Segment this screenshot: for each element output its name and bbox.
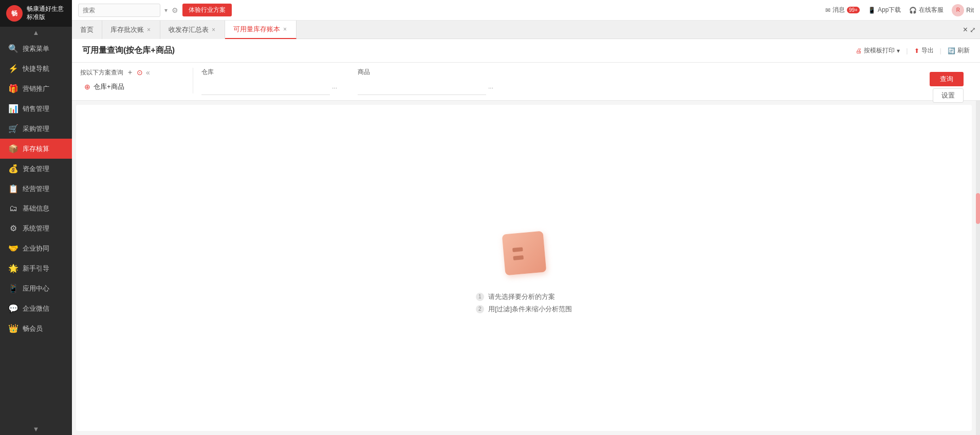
sidebar-item-search[interactable]: 🔍 搜索菜单 bbox=[0, 39, 72, 59]
sidebar-item-member[interactable]: 👑 畅会员 bbox=[0, 318, 72, 338]
sidebar-item-sales[interactable]: 📊 销售管理 bbox=[0, 99, 72, 119]
headset-icon: 🎧 bbox=[909, 7, 917, 14]
tab-home-label: 首页 bbox=[80, 25, 94, 34]
right-scrollbar[interactable] bbox=[976, 101, 980, 435]
app-download-label: App下载 bbox=[878, 6, 901, 14]
filter-warehouse-field: 仓库 ··· bbox=[201, 68, 345, 95]
query-button[interactable]: 查询 bbox=[930, 72, 964, 86]
crown-icon: 👑 bbox=[8, 324, 19, 333]
topbar-online-service[interactable]: 🎧 在线客服 bbox=[909, 6, 944, 14]
sidebar-item-finance[interactable]: 💰 资金管理 bbox=[0, 159, 72, 179]
tabs-actions: × ⤢ bbox=[963, 25, 980, 34]
product-input[interactable] bbox=[358, 81, 486, 95]
filter-scheme-label: 按以下方案查询 bbox=[80, 68, 123, 77]
sidebar-item-label: 经营管理 bbox=[23, 184, 49, 194]
tab-available-close-icon[interactable]: × bbox=[282, 25, 288, 33]
topbar-search-input[interactable] bbox=[78, 4, 160, 17]
box-icon: 📦 bbox=[8, 144, 19, 154]
filter-fields-container: 仓库 ··· 商品 ··· 查询 设置 bbox=[201, 68, 972, 95]
export-button[interactable]: ⬆ 导出 bbox=[914, 46, 934, 55]
topbar-right: ✉ 消息 99+ 📱 App下载 🎧 在线客服 R Rit bbox=[825, 4, 974, 16]
hint-number-2: 2 bbox=[476, 305, 484, 313]
sidebar-item-label: 资金管理 bbox=[23, 164, 49, 174]
sidebar-item-shortcut[interactable]: ⚡ 快捷导航 bbox=[0, 59, 72, 79]
tabs-expand-button[interactable]: ⤢ bbox=[970, 26, 976, 34]
cart-icon: 🛒 bbox=[8, 124, 19, 134]
sidebar-item-enterprise[interactable]: 🤝 企业协同 bbox=[0, 238, 72, 258]
tab-summary[interactable]: 收发存汇总表 × bbox=[160, 21, 225, 39]
tab-summary-label: 收发存汇总表 bbox=[169, 25, 209, 34]
divider1: | bbox=[906, 47, 908, 54]
tab-home[interactable]: 首页 bbox=[72, 21, 102, 39]
refresh-button[interactable]: 🔄 刷新 bbox=[948, 46, 970, 55]
tab-available-label: 可用量库存账本 bbox=[233, 25, 280, 34]
page-header: 可用量查询(按仓库+商品) 🖨 按模板打印 ▾ | ⬆ 导出 | 🔄 刷新 bbox=[72, 39, 980, 63]
sidebar-item-system[interactable]: ⚙ 系统管理 bbox=[0, 218, 72, 238]
tab-batch[interactable]: 库存批次账 × bbox=[102, 21, 160, 39]
warehouse-more-icon[interactable]: ··· bbox=[332, 84, 337, 91]
tab-summary-close-icon[interactable]: × bbox=[211, 26, 216, 34]
sidebar-item-guide[interactable]: 🌟 新手引导 bbox=[0, 258, 72, 278]
topbar-user[interactable]: R Rit bbox=[952, 4, 974, 16]
sidebar-item-marketing[interactable]: 🎁 营销推广 bbox=[0, 79, 72, 99]
sidebar-title: 畅康通好生意 bbox=[27, 5, 64, 13]
main-content: ▾ ⚙ 体验行业方案 ✉ 消息 99+ 📱 App下载 🎧 在线客服 R Rit bbox=[72, 0, 980, 435]
warehouse-input-row: ··· bbox=[201, 81, 345, 95]
filter-product-field: 商品 ··· bbox=[358, 68, 502, 95]
tabs-close-button[interactable]: × bbox=[963, 25, 968, 34]
industry-solution-button[interactable]: 体验行业方案 bbox=[182, 4, 232, 16]
scrollbar-thumb bbox=[976, 193, 980, 224]
topbar-chevron-icon[interactable]: ▾ bbox=[164, 7, 168, 14]
print-label: 按模板打印 bbox=[864, 46, 895, 55]
print-chevron-icon: ▾ bbox=[897, 47, 900, 54]
sidebar-item-label: 企业微信 bbox=[23, 304, 49, 313]
sidebar-item-basic[interactable]: 🗂 基础信息 bbox=[0, 199, 72, 218]
filter-add-icon[interactable]: ＋ bbox=[126, 68, 134, 77]
box-face2 bbox=[513, 255, 524, 260]
sidebar-logo: 畅 bbox=[6, 5, 23, 22]
sidebar-scroll-up[interactable]: ▲ bbox=[0, 27, 72, 39]
sidebar-item-purchase[interactable]: 🛒 采购管理 bbox=[0, 119, 72, 139]
handshake-icon: 🤝 bbox=[8, 243, 19, 253]
product-label: 商品 bbox=[358, 68, 502, 77]
settings-button[interactable]: 设置 bbox=[933, 88, 964, 103]
tabs-bar: 首页 库存批次账 × 收发存汇总表 × 可用量库存账本 × × ⤢ bbox=[72, 21, 980, 39]
topbar: ▾ ⚙ 体验行业方案 ✉ 消息 99+ 📱 App下载 🎧 在线客服 R Rit bbox=[72, 0, 980, 21]
topbar-message[interactable]: ✉ 消息 99+ bbox=[825, 6, 860, 14]
sidebar-item-inventory[interactable]: 📦 库存核算 bbox=[0, 139, 72, 159]
sidebar-item-label: 销售管理 bbox=[23, 104, 49, 114]
user-name: Rit bbox=[966, 7, 974, 14]
empty-state: 1 请先选择要分析的方案 2 用[过滤]条件来缩小分析范围 bbox=[76, 105, 972, 431]
filter-scheme-item[interactable]: ⊕ 仓库+商品 bbox=[80, 80, 184, 93]
warehouse-input[interactable] bbox=[201, 81, 330, 95]
hint-text-1: 请先选择要分析的方案 bbox=[488, 292, 555, 301]
sidebar-item-wechat[interactable]: 💬 企业微信 bbox=[0, 298, 72, 318]
sidebar: 畅 畅康通好生意 标准版 ▲ 🔍 搜索菜单 ⚡ 快捷导航 🎁 营销推广 📊 销售… bbox=[0, 0, 72, 435]
money-icon: 💰 bbox=[8, 164, 19, 174]
page-actions: 🖨 按模板打印 ▾ | ⬆ 导出 | 🔄 刷新 bbox=[856, 46, 970, 55]
print-template-button[interactable]: 🖨 按模板打印 ▾ bbox=[856, 46, 900, 55]
sidebar-brand: 畅康通好生意 标准版 bbox=[27, 5, 64, 21]
product-more-icon[interactable]: ··· bbox=[488, 84, 493, 91]
sidebar-item-label: 企业协同 bbox=[23, 244, 49, 253]
export-icon: ⬆ bbox=[914, 47, 919, 54]
filter-collapse-icon[interactable]: « bbox=[146, 68, 150, 77]
phone-icon: 📱 bbox=[868, 7, 876, 14]
empty-hint-1: 1 请先选择要分析的方案 bbox=[476, 292, 572, 301]
sidebar-item-operation[interactable]: 📋 经营管理 bbox=[0, 179, 72, 199]
filter-scheme-header: 按以下方案查询 ＋ ⊙ « bbox=[80, 68, 184, 77]
folder-icon: 🗂 bbox=[8, 204, 19, 213]
sidebar-nav: 🔍 搜索菜单 ⚡ 快捷导航 🎁 营销推广 📊 销售管理 🛒 采购管理 📦 库存核… bbox=[0, 39, 72, 423]
topbar-gear-icon[interactable]: ⚙ bbox=[172, 6, 178, 14]
topbar-app-download[interactable]: 📱 App下载 bbox=[868, 6, 901, 14]
sidebar-item-apps[interactable]: 📱 应用中心 bbox=[0, 278, 72, 298]
filter-scheme-settings-icon[interactable]: ⊙ bbox=[137, 68, 143, 77]
sidebar-scroll-down[interactable]: ▼ bbox=[0, 423, 72, 435]
filter-panel: 按以下方案查询 ＋ ⊙ « ⊕ 仓库+商品 仓库 ·· bbox=[72, 63, 980, 101]
page-title: 可用量查询(按仓库+商品) bbox=[82, 45, 175, 56]
tab-batch-close-icon[interactable]: × bbox=[146, 26, 152, 34]
online-service-label: 在线客服 bbox=[919, 6, 944, 14]
message-icon: ✉ bbox=[825, 7, 830, 14]
tab-available[interactable]: 可用量库存账本 × bbox=[225, 21, 297, 39]
print-icon: 🖨 bbox=[856, 47, 862, 54]
